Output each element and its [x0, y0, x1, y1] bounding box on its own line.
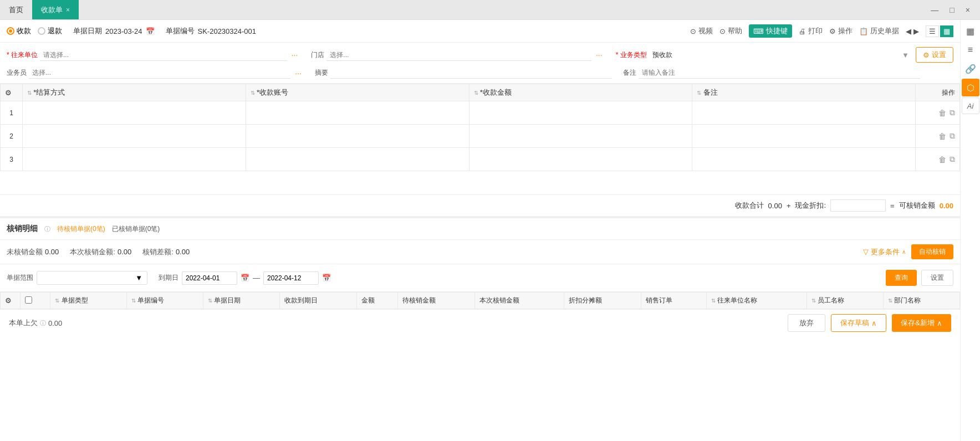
- print-btn[interactable]: 🖨 打印: [799, 26, 823, 36]
- amount-input-2[interactable]: [469, 125, 692, 147]
- filter-settings-button[interactable]: 设置: [921, 270, 953, 286]
- copy-row-1-icon[interactable]: ⧉: [950, 108, 955, 117]
- settings-button[interactable]: ⚙ 设置: [916, 47, 953, 63]
- minimize-button[interactable]: —: [927, 4, 942, 16]
- select-all-checkbox[interactable]: [25, 296, 32, 304]
- next-icon[interactable]: ▶: [913, 27, 919, 35]
- tab-home[interactable]: 首页: [0, 0, 32, 19]
- settlement-input-3[interactable]: [23, 148, 246, 171]
- abandon-button[interactable]: 放弃: [788, 314, 825, 332]
- footer-info-icon[interactable]: ⓘ: [40, 319, 46, 327]
- date-end-input[interactable]: [263, 271, 319, 285]
- close-button[interactable]: ×: [962, 4, 973, 16]
- store-input[interactable]: [326, 49, 591, 61]
- date-field: 单据日期 2023-03-24 📅: [73, 26, 155, 36]
- query-button[interactable]: 查询: [886, 270, 917, 286]
- col-gear-icon[interactable]: ⚙: [5, 89, 12, 97]
- col-gear-icon-bt[interactable]: ⚙: [5, 296, 12, 305]
- right-sidebar: ▦ ≡ 🔗 ⬡ Ai: [960, 20, 980, 441]
- grid-view-icon[interactable]: ▦: [940, 25, 953, 37]
- salesperson-more-icon[interactable]: ···: [293, 69, 304, 78]
- sidebar-table-icon[interactable]: ▦: [962, 22, 979, 40]
- counterpart-input[interactable]: [40, 49, 287, 61]
- operation-btn[interactable]: ⚙ 操作: [829, 26, 853, 36]
- account-input-1[interactable]: [246, 101, 469, 124]
- draft-button[interactable]: 保存草稿 ∧: [831, 314, 886, 332]
- remarks-label: 备注: [623, 68, 636, 78]
- amount-input-3[interactable]: [469, 148, 692, 171]
- more-conditions-btn[interactable]: ▽ 更多条件 ∧: [863, 247, 906, 257]
- prev-icon[interactable]: ◀: [906, 27, 911, 35]
- sidebar-ai-label[interactable]: Ai: [962, 98, 979, 114]
- list-view-icon[interactable]: ☰: [926, 25, 939, 37]
- date-calendar-start-icon[interactable]: 📅: [241, 274, 249, 282]
- range-select[interactable]: ▼: [37, 271, 147, 285]
- store-field: 门店 ···: [311, 49, 604, 61]
- store-more-icon[interactable]: ···: [594, 50, 605, 59]
- remarks-input[interactable]: [639, 67, 920, 79]
- receipt-table-container: ⚙ ⇅ *结算方式 ⇅ *收款账号 ⇅ *收款金额: [0, 84, 960, 194]
- cell-account-3: [246, 148, 469, 171]
- save-new-button[interactable]: 保存&新增 ∧: [892, 314, 951, 332]
- tab-done[interactable]: 已核销单据(0笔): [112, 224, 160, 234]
- settlement-input-1[interactable]: [23, 101, 246, 124]
- auto-verify-button[interactable]: 自动核销: [911, 244, 953, 259]
- sidebar-expand-icon[interactable]: ⬡: [962, 79, 979, 96]
- footer-stat-value: 0.00: [48, 319, 62, 327]
- date-calendar-end-icon[interactable]: 📅: [322, 274, 331, 282]
- remark-input-2[interactable]: [692, 125, 915, 147]
- summary-input[interactable]: [330, 67, 612, 79]
- tab-pending[interactable]: 待核销单据(0笔): [57, 224, 105, 234]
- bottom-table: ⚙ ⇅ 单据类型 ⇅ 单据编号: [0, 292, 960, 309]
- form-area: * 往来单位 ··· 门店 ··· * 业务类型 预收款 ▼: [0, 43, 960, 84]
- maximize-button[interactable]: □: [946, 4, 957, 16]
- tab-receipt[interactable]: 收款单 ×: [32, 0, 79, 19]
- cell-settlement-1: [23, 101, 246, 125]
- print-label: 打印: [808, 26, 823, 36]
- shortcut-btn[interactable]: ⌨ 快捷键: [749, 24, 792, 38]
- radio-refund[interactable]: 退款: [38, 26, 62, 36]
- salesperson-label: 业务员: [7, 68, 27, 78]
- delete-row-1-icon[interactable]: 🗑: [938, 109, 946, 117]
- cell-remark-2: [692, 125, 916, 148]
- business-type-dropdown-icon[interactable]: ▼: [902, 51, 909, 59]
- sidebar-attachment-icon[interactable]: 🔗: [962, 60, 979, 78]
- video-btn[interactable]: ⊙ 视频: [690, 26, 713, 36]
- filter-icon: ▽: [863, 248, 869, 256]
- section-title: 核销明细: [7, 224, 38, 234]
- col-settlement-label: *结算方式: [33, 88, 65, 96]
- bt-col-date: ⇅ 单据日期: [203, 293, 280, 309]
- bt-col-current: 本次核销金额: [475, 293, 564, 309]
- account-input-2[interactable]: [246, 125, 469, 147]
- settlement-input-2[interactable]: [23, 125, 246, 147]
- settings-btn-label: 设置: [932, 50, 946, 60]
- delete-row-3-icon[interactable]: 🗑: [938, 155, 946, 164]
- counterpart-more-icon[interactable]: ···: [289, 50, 300, 59]
- cell-amount-2: [469, 125, 692, 148]
- radio-refund-dot: [38, 27, 45, 35]
- remark-input-1[interactable]: [692, 101, 915, 124]
- delete-row-2-icon[interactable]: 🗑: [938, 132, 946, 141]
- filter-row: 单据范围 ▼ 到期日 📅 — 📅 查询 设置: [0, 264, 960, 292]
- radio-receipt[interactable]: 收款: [7, 26, 31, 36]
- discount-label: 现金折扣:: [795, 201, 826, 211]
- range-filter: 单据范围 ▼: [7, 271, 147, 285]
- amount-input-1[interactable]: [469, 101, 692, 124]
- discount-input[interactable]: [830, 199, 886, 212]
- receipt-type-group: 收款 退款: [7, 26, 62, 36]
- date-calendar-icon[interactable]: 📅: [146, 27, 155, 35]
- copy-row-3-icon[interactable]: ⧉: [950, 155, 955, 164]
- sort-icon-settlement: ⇅: [27, 90, 32, 96]
- copy-row-2-icon[interactable]: ⧉: [950, 131, 955, 141]
- info-icon[interactable]: ⓘ: [44, 225, 50, 233]
- history-btn[interactable]: 📋 历史单据: [859, 26, 899, 36]
- help-btn[interactable]: ⊙ 帮助: [719, 26, 742, 36]
- tab-close-icon[interactable]: ×: [66, 6, 70, 14]
- remark-input-3[interactable]: [692, 148, 915, 171]
- salesperson-input[interactable]: [29, 67, 290, 79]
- bt-col-discount: 折扣分摊额: [564, 293, 641, 309]
- account-input-3[interactable]: [246, 148, 469, 171]
- equals-sign: =: [890, 202, 895, 210]
- date-start-input[interactable]: [182, 271, 237, 285]
- sidebar-list-icon[interactable]: ≡: [962, 41, 979, 59]
